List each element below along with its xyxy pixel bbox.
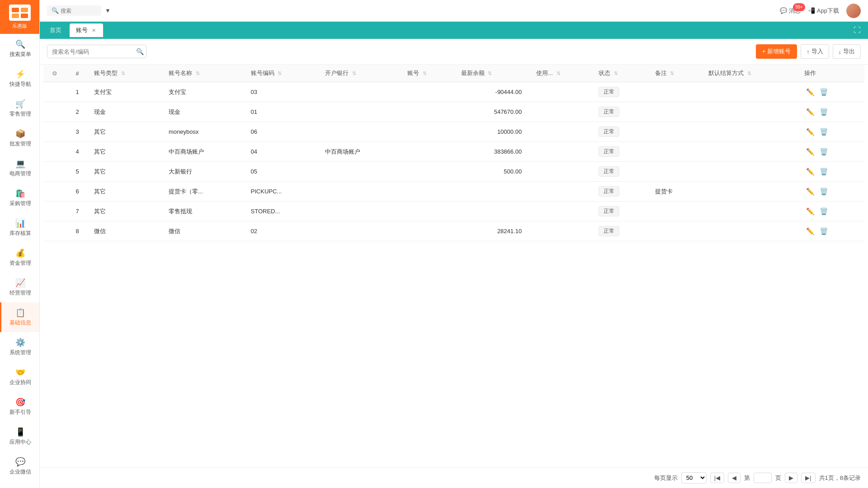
sidebar-item-wholesale[interactable]: 📦 批发管理 (0, 123, 39, 153)
logo-area: 乐惠版 (0, 0, 39, 34)
sidebar-item-retail[interactable]: 🛒 零售管理 (0, 94, 39, 123)
svg-rect-2 (12, 14, 19, 18)
sidebar-item-operation[interactable]: 📈 经营管理 (0, 272, 39, 302)
topbar-app-download[interactable]: 📲 App下载 (808, 7, 839, 15)
edit-button[interactable]: ✏️ (804, 107, 816, 117)
system-icon: ⚙️ (15, 338, 25, 347)
sidebar-item-label: 电商管理 (9, 170, 31, 178)
next-page-button[interactable]: ▶ (785, 473, 797, 483)
tab-home[interactable]: 首页 (43, 23, 68, 37)
sort-icon: ⇅ (488, 70, 492, 76)
edit-button[interactable]: ✏️ (804, 167, 816, 177)
row-remark (650, 82, 703, 102)
table-row: 5 其它 大新银行 05 500.00 正常 ✏️ 🗑️ (43, 162, 864, 182)
delete-button[interactable]: 🗑️ (818, 147, 830, 157)
sidebar-item-search[interactable]: 🔍 搜索菜单 (0, 34, 39, 64)
finance-icon: 💰 (15, 248, 25, 258)
col-status-header[interactable]: 状态 ⇅ (593, 65, 650, 82)
row-remark (650, 202, 703, 221)
topbar-avatar[interactable] (846, 4, 861, 18)
row-code: 05 (245, 162, 320, 182)
table-row: 2 现金 现金 01 547670.00 正常 ✏️ 🗑️ (43, 102, 864, 122)
account-search-input[interactable] (47, 46, 132, 58)
edit-button[interactable]: ✏️ (804, 187, 816, 197)
row-name: moneybosx (163, 122, 245, 142)
sidebar-item-ecommerce[interactable]: 💻 电商管理 (0, 153, 39, 183)
row-usage (531, 221, 593, 241)
edit-button[interactable]: ✏️ (804, 206, 816, 216)
row-num: 8 (66, 221, 89, 241)
sidebar-item-label: 快捷导航 (9, 80, 31, 88)
row-name: 现金 (163, 102, 245, 122)
account-search-box[interactable]: 🔍 (47, 45, 146, 58)
tab-account-label: 账号 (76, 26, 88, 34)
table-row: 3 其它 moneybosx 06 10000.00 正常 ✏️ 🗑️ (43, 122, 864, 142)
status-badge: 正常 (599, 87, 619, 97)
last-page-button[interactable]: ▶| (801, 473, 815, 483)
row-status: 正常 (593, 82, 650, 102)
tab-account[interactable]: 账号 ✕ (70, 23, 103, 37)
edit-button[interactable]: ✏️ (804, 87, 816, 97)
topbar-messages[interactable]: 💬 消息 99+ (780, 7, 801, 15)
edit-button[interactable]: ✏️ (804, 127, 816, 137)
delete-button[interactable]: 🗑️ (818, 127, 830, 137)
delete-button[interactable]: 🗑️ (818, 226, 830, 236)
row-bank (320, 182, 402, 202)
settings-icon[interactable]: ⚙ (52, 70, 57, 77)
delete-button[interactable]: 🗑️ (818, 107, 830, 117)
col-name-header[interactable]: 账号名称 ⇅ (163, 65, 245, 82)
tab-close-icon[interactable]: ✕ (90, 27, 97, 33)
row-settlement (703, 82, 798, 102)
col-balance-header[interactable]: 最新余额 ⇅ (456, 65, 531, 82)
row-account (402, 82, 456, 102)
col-settlement-header[interactable]: 默认结算方式 ⇅ (703, 65, 798, 82)
first-page-button[interactable]: |◀ (710, 473, 724, 483)
delete-button[interactable]: 🗑️ (818, 87, 830, 97)
col-type-header[interactable]: 账号类型 ⇅ (89, 65, 163, 82)
sidebar-item-inventory[interactable]: 📊 库存核算 (0, 213, 39, 243)
account-table-wrap: ⚙ # 账号类型 ⇅ 账号名称 ⇅ 账号编码 ⇅ (40, 65, 868, 467)
col-remark-header[interactable]: 备注 ⇅ (650, 65, 703, 82)
row-settings (43, 82, 66, 102)
sidebar-item-label: 零售管理 (9, 110, 31, 118)
row-balance: -90444.00 (456, 82, 531, 102)
col-account-header[interactable]: 账号 ⇅ (402, 65, 456, 82)
sidebar-item-member[interactable]: 👥 畅会员 (0, 481, 39, 488)
sidebar-item-wechat[interactable]: 💬 企业微信 (0, 451, 39, 481)
col-bank-header[interactable]: 开户银行 ⇅ (320, 65, 402, 82)
row-actions: ✏️ 🗑️ (799, 202, 864, 221)
edit-button[interactable]: ✏️ (804, 226, 816, 236)
tab-expand-icon[interactable]: ⛶ (850, 24, 864, 36)
topbar-search-box[interactable]: 🔍 (47, 5, 101, 16)
sidebar-item-guide[interactable]: 🎯 新手引导 (0, 392, 39, 422)
account-search-button[interactable]: 🔍 (132, 45, 146, 58)
add-account-button[interactable]: + 新增账号 (756, 44, 797, 59)
row-name: 零售抵现 (163, 202, 245, 221)
page-input[interactable]: 1 (754, 473, 772, 483)
sidebar-item-finance[interactable]: 💰 资金管理 (0, 243, 39, 272)
col-code-header[interactable]: 账号编码 ⇅ (245, 65, 320, 82)
export-button[interactable]: ↓ 导出 (833, 44, 861, 59)
topbar-dropdown[interactable]: ▼ (105, 7, 111, 14)
sidebar-item-purchase[interactable]: 🛍️ 采购管理 (0, 183, 39, 213)
sidebar-item-enterprise[interactable]: 🤝 企业协同 (0, 362, 39, 392)
sidebar-item-quick[interactable]: ⚡ 快捷导航 (0, 64, 39, 94)
sidebar-item-appstore[interactable]: 📱 应用中心 (0, 422, 39, 451)
row-code: 06 (245, 122, 320, 142)
sidebar-item-system[interactable]: ⚙️ 系统管理 (0, 332, 39, 362)
row-remark (650, 102, 703, 122)
delete-button[interactable]: 🗑️ (818, 187, 830, 197)
row-settings (43, 162, 66, 182)
topbar-search-input[interactable] (61, 8, 97, 14)
delete-button[interactable]: 🗑️ (818, 206, 830, 216)
col-usage-header[interactable]: 使用... ⇅ (531, 65, 593, 82)
row-code: 01 (245, 102, 320, 122)
edit-button[interactable]: ✏️ (804, 147, 816, 157)
prev-page-button[interactable]: ◀ (728, 473, 741, 483)
ecommerce-icon: 💻 (15, 159, 25, 169)
svg-rect-0 (12, 8, 19, 12)
delete-button[interactable]: 🗑️ (818, 167, 830, 177)
page-size-select[interactable]: 50 100 (681, 472, 707, 483)
sidebar-item-basic[interactable]: 📋 基础信息 (0, 302, 39, 332)
import-button[interactable]: ↑ 导入 (801, 44, 829, 59)
